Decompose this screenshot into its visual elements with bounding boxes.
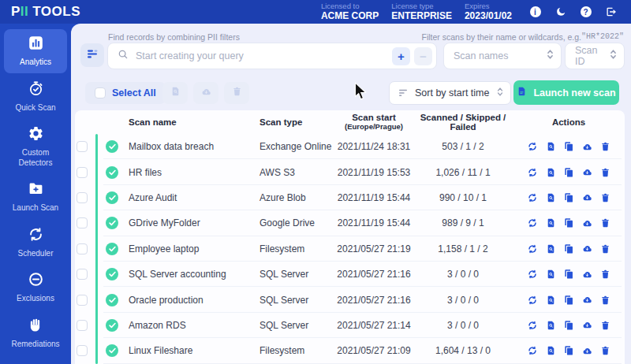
sidebar-item-launch-scan[interactable]: Launch Scan <box>4 175 67 219</box>
copy-icon[interactable] <box>563 166 575 178</box>
rerun-icon[interactable] <box>527 319 539 331</box>
rerun-icon[interactable] <box>527 166 539 178</box>
report-search-icon[interactable] <box>545 217 557 229</box>
sidebar-item-exclusions[interactable]: Exclusions <box>4 266 67 310</box>
scan-id-select[interactable]: Scan ID <box>565 43 625 69</box>
scan-start: 2021/05/27 21:14 <box>334 320 413 331</box>
rerun-icon[interactable] <box>527 217 539 229</box>
delete-icon[interactable] <box>599 217 611 229</box>
rerun-icon[interactable] <box>527 243 539 254</box>
delete-icon[interactable] <box>599 345 611 357</box>
delete-icon[interactable] <box>599 243 611 254</box>
row-actions <box>513 345 625 357</box>
report-search-icon[interactable] <box>545 319 557 331</box>
rerun-icon[interactable] <box>527 345 539 357</box>
row-checkbox[interactable] <box>77 269 88 280</box>
report-search-icon[interactable] <box>545 166 557 178</box>
row-checkbox[interactable] <box>77 192 88 203</box>
table-header-row: Scan name Scan type Scan start (Europe/P… <box>75 110 625 134</box>
row-status-cell <box>95 217 129 229</box>
select-all-button[interactable]: Select All <box>85 82 166 104</box>
rerun-icon[interactable] <box>527 191 539 203</box>
row-checkbox[interactable] <box>77 141 88 152</box>
row-checkbox[interactable] <box>77 167 88 178</box>
copy-icon[interactable] <box>563 294 575 306</box>
sidebar-item-remediations[interactable]: Remediations <box>4 311 67 355</box>
main-content: Find records by combining PII filters + … <box>71 24 631 364</box>
scan-document-icon <box>517 86 527 100</box>
cloud-download-icon[interactable] <box>581 319 593 331</box>
sidebar-item-scheduler[interactable]: Scheduler <box>4 221 67 265</box>
info-icon[interactable]: i <box>529 6 541 18</box>
scan-id-value: Scan ID <box>575 45 607 67</box>
report-search-icon[interactable] <box>545 191 557 203</box>
delete-icon[interactable] <box>599 294 611 306</box>
delete-icon[interactable] <box>599 166 611 178</box>
table-row: Amazon RDS SQL Server 2021/05/27 21:14 3… <box>75 313 625 338</box>
sidebar-item-label: Scheduler <box>17 249 53 259</box>
cloud-download-icon[interactable] <box>581 217 593 229</box>
row-checkbox[interactable] <box>77 295 88 306</box>
sidebar-item-device-manager[interactable]: Device Manager <box>4 356 67 364</box>
cloud-download-icon[interactable] <box>581 294 593 306</box>
copy-icon[interactable] <box>563 243 575 254</box>
sidebar-item-custom-detectors[interactable]: Custom Detectors <box>4 120 67 173</box>
cloud-download-icon[interactable] <box>581 141 593 153</box>
copy-icon[interactable] <box>563 217 575 229</box>
sidebar: Analytics Quick Scan Custom Detectors La… <box>0 24 71 364</box>
sidebar-item-quick-scan[interactable]: Quick Scan <box>4 75 67 119</box>
row-checkbox[interactable] <box>77 243 88 254</box>
expires-label: Expires <box>465 2 512 11</box>
cloud-download-icon[interactable] <box>581 191 593 203</box>
filter-presets-button[interactable] <box>80 43 104 67</box>
scan-names-select[interactable]: Scan names <box>443 43 562 69</box>
sidebar-item-analytics[interactable]: Analytics <box>4 29 67 73</box>
delete-icon[interactable] <box>599 191 611 203</box>
row-checkbox[interactable] <box>77 345 88 356</box>
cloud-download-icon[interactable] <box>581 345 593 357</box>
report-search-icon[interactable] <box>545 269 557 280</box>
scan-counts: 989 / 9 / 1 <box>413 217 513 228</box>
dark-mode-moon-icon[interactable] <box>554 6 566 18</box>
scan-type: Exchange Online <box>259 141 334 152</box>
logo-ii: II <box>21 4 28 20</box>
cloud-download-icon[interactable] <box>581 269 593 280</box>
report-search-icon[interactable] <box>545 345 557 357</box>
report-search-icon[interactable] <box>545 294 557 306</box>
rerun-icon[interactable] <box>527 269 539 280</box>
add-filter-button[interactable]: + <box>392 47 410 65</box>
cloud-download-icon[interactable] <box>581 243 593 254</box>
refresh-icon <box>28 226 44 246</box>
scan-filter-label-code: "HR*2022" <box>581 32 624 42</box>
copy-icon[interactable] <box>563 191 575 203</box>
report-search-icon[interactable] <box>545 141 557 153</box>
scan-counts: 1,604 / 13 / 0 <box>413 345 513 356</box>
help-icon[interactable]: ? <box>580 6 592 18</box>
query-input[interactable] <box>136 50 392 61</box>
table-body: Mailbox data breach Exchange Online 2021… <box>75 134 625 364</box>
sort-select[interactable]: Sort by start time <box>389 81 511 105</box>
select-all-checkbox[interactable] <box>95 87 106 98</box>
copy-icon[interactable] <box>563 141 575 153</box>
delete-icon[interactable] <box>599 141 611 153</box>
cloud-download-icon[interactable] <box>581 166 593 178</box>
delete-icon[interactable] <box>599 269 611 280</box>
delete-icon[interactable] <box>599 319 611 331</box>
copy-icon[interactable] <box>563 345 575 357</box>
scan-name: Linux Fileshare <box>129 345 259 356</box>
launch-new-scan-button[interactable]: Launch new scan <box>513 80 619 105</box>
chevron-updown-icon <box>547 49 554 63</box>
scan-start: 2021/11/19 15:53 <box>334 167 413 178</box>
sidebar-item-label: Analytics <box>20 58 51 68</box>
rerun-icon[interactable] <box>527 141 539 153</box>
copy-icon[interactable] <box>563 269 575 280</box>
rerun-icon[interactable] <box>527 294 539 306</box>
row-checkbox[interactable] <box>77 320 88 331</box>
row-checkbox[interactable] <box>77 217 88 228</box>
copy-icon[interactable] <box>563 319 575 331</box>
report-search-icon[interactable] <box>545 243 557 254</box>
logout-icon[interactable] <box>605 6 617 18</box>
table-row: Employee laptop Filesystem 2021/05/27 21… <box>75 236 625 262</box>
topbar-icons: i ? <box>529 6 617 18</box>
row-checkbox-cell <box>75 269 95 280</box>
